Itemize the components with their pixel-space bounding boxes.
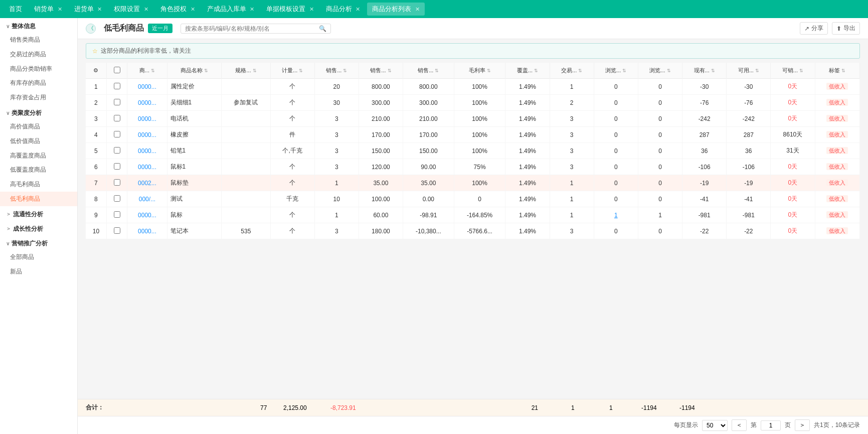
sidebar-item-sales-goods[interactable]: 销售类商品 — [0, 33, 77, 47]
page-size-select[interactable]: 50 100 — [702, 420, 728, 431]
sidebar-item-stock-goods[interactable]: 有库存的商品 — [0, 76, 77, 90]
row-checkbox[interactable] — [106, 79, 127, 95]
table-wrapper[interactable]: ⚙ 商... ⇅ 商品名称 ⇅ 规格... ⇅ 计量... ⇅ 销售... ⇅ … — [78, 63, 868, 399]
row-checkbox[interactable] — [106, 223, 127, 239]
share-button[interactable]: ↗ 分享 — [800, 22, 828, 35]
col-saleable[interactable]: 可销... ⇅ — [771, 63, 815, 79]
nav-goods-analysis[interactable]: 商品分析 ✕ — [321, 3, 366, 16]
sidebar-item-capital[interactable]: 库存资金占用 — [0, 90, 77, 105]
sidebar-item-category-rate[interactable]: 商品分类助销率 — [0, 62, 77, 76]
nav-roles[interactable]: 角色授权 ✕ — [155, 3, 200, 16]
row-browse2: 0 — [638, 111, 682, 127]
page-number-input[interactable] — [761, 420, 781, 430]
sidebar-group-cluster[interactable]: ∨ 类聚度分析 — [0, 105, 77, 119]
row-checkbox-input[interactable] — [114, 83, 120, 89]
nav-home[interactable]: 首页 — [4, 3, 27, 16]
close-product-entry[interactable]: ✕ — [250, 6, 254, 12]
row-browse1[interactable]: 0 — [594, 143, 638, 159]
next-page-button[interactable]: ＞ — [795, 419, 810, 431]
sidebar-item-low-margin[interactable]: 低毛利商品 — [0, 192, 77, 206]
row-browse1[interactable]: 0 — [594, 191, 638, 207]
col-browse2[interactable]: 浏览... ⇅ — [638, 63, 682, 79]
row-browse2: 0 — [638, 143, 682, 159]
sidebar-group-overall[interactable]: ∨ 整体信息 — [0, 18, 77, 33]
row-checkbox[interactable] — [106, 127, 127, 143]
close-template[interactable]: ✕ — [309, 6, 314, 12]
sidebar-collapse-button[interactable]: 《 — [86, 24, 96, 34]
nav-permissions[interactable]: 权限设置 ✕ — [109, 3, 153, 16]
row-checkbox-input[interactable] — [114, 115, 120, 121]
col-settings[interactable]: ⚙ — [86, 63, 106, 79]
row-checkbox[interactable] — [106, 95, 127, 111]
col-sales-amount[interactable]: 销售... ⇅ — [403, 63, 454, 79]
sidebar-item-high-margin[interactable]: 高毛利商品 — [0, 177, 77, 192]
search-input[interactable] — [185, 25, 317, 32]
row-spec — [222, 143, 270, 159]
sidebar-item-traded-goods[interactable]: 交易过的商品 — [0, 47, 77, 62]
col-transaction[interactable]: 交易... ⇅ — [550, 63, 594, 79]
sidebar-item-high-coverage[interactable]: 高覆盖度商品 — [0, 149, 77, 163]
row-browse1[interactable]: 1 — [594, 207, 638, 223]
col-current[interactable]: 现有... ⇅ — [682, 63, 727, 79]
nav-purchase[interactable]: 进货单 ✕ — [69, 3, 107, 16]
prev-page-button[interactable]: ＜ — [732, 419, 747, 431]
row-browse1[interactable]: 0 — [594, 111, 638, 127]
close-permissions[interactable]: ✕ — [144, 6, 148, 12]
close-goods-analysis[interactable]: ✕ — [356, 6, 360, 12]
col-sales-price[interactable]: 销售... ⇅ — [359, 63, 403, 79]
row-checkbox-input[interactable] — [114, 195, 120, 202]
col-name[interactable]: 商品名称 ⇅ — [167, 63, 222, 79]
col-code[interactable]: 商... ⇅ — [127, 63, 167, 79]
close-roles[interactable]: ✕ — [191, 6, 195, 12]
row-browse1[interactable]: 0 — [594, 223, 638, 239]
row-browse1[interactable]: 0 — [594, 127, 638, 143]
row-checkbox-input[interactable] — [114, 147, 120, 154]
col-checkbox[interactable] — [106, 63, 127, 79]
select-all-checkbox[interactable] — [114, 67, 120, 73]
close-goods-analysis-list[interactable]: ✕ — [415, 6, 420, 12]
nav-goods-analysis-list[interactable]: 商品分析列表 ✕ — [367, 3, 425, 16]
col-browse1[interactable]: 浏览... ⇅ — [594, 63, 638, 79]
col-spec[interactable]: 规格... ⇅ — [222, 63, 270, 79]
row-browse1[interactable]: 0 — [594, 175, 638, 191]
sidebar-item-new-goods[interactable]: 新品 — [0, 264, 77, 279]
sidebar-group-growth[interactable]: ＞ 成长性分析 — [0, 221, 77, 235]
search-icon[interactable]: 🔍 — [319, 25, 326, 32]
header-actions: ↗ 分享 ⬆ 导出 — [800, 22, 860, 35]
col-gross-margin[interactable]: 毛利率 ⇅ — [454, 63, 505, 79]
row-checkbox[interactable] — [106, 207, 127, 223]
row-checkbox-input[interactable] — [114, 99, 120, 105]
search-box[interactable]: 🔍 — [181, 24, 331, 34]
row-checkbox[interactable] — [106, 111, 127, 127]
sidebar-item-high-value[interactable]: 高价值商品 — [0, 119, 77, 134]
row-checkbox[interactable] — [106, 159, 127, 175]
col-sales-count[interactable]: 销售... ⇅ — [314, 63, 359, 79]
col-unit[interactable]: 计量... ⇅ — [270, 63, 314, 79]
row-checkbox-input[interactable] — [114, 211, 120, 218]
col-available[interactable]: 可用... ⇅ — [727, 63, 771, 79]
date-badge[interactable]: 近一月 — [148, 24, 172, 33]
close-purchase[interactable]: ✕ — [97, 6, 102, 12]
sidebar-item-low-value[interactable]: 低价值商品 — [0, 134, 77, 149]
nav-template[interactable]: 单据模板设置 ✕ — [261, 3, 319, 16]
row-checkbox[interactable] — [106, 175, 127, 191]
col-tag[interactable]: 标签 ⇅ — [815, 63, 859, 79]
export-button[interactable]: ⬆ 导出 — [832, 22, 860, 35]
row-checkbox-input[interactable] — [114, 131, 120, 137]
row-browse1[interactable]: 0 — [594, 95, 638, 111]
sidebar-group-marketing[interactable]: ∨ 营销推广分析 — [0, 235, 77, 250]
row-checkbox[interactable] — [106, 191, 127, 207]
nav-product-entry[interactable]: 产成品入库单 ✕ — [202, 3, 260, 16]
sidebar-group-circulation[interactable]: ＞ 流通性分析 — [0, 206, 77, 221]
nav-sales[interactable]: 销货单 ✕ — [29, 3, 67, 16]
row-checkbox-input[interactable] — [114, 227, 120, 234]
col-coverage[interactable]: 覆盖... ⇅ — [505, 63, 550, 79]
row-checkbox-input[interactable] — [114, 163, 120, 170]
row-checkbox-input[interactable] — [114, 179, 120, 186]
close-sales[interactable]: ✕ — [58, 6, 62, 12]
row-browse1[interactable]: 0 — [594, 79, 638, 95]
row-browse1[interactable]: 0 — [594, 159, 638, 175]
row-checkbox[interactable] — [106, 143, 127, 159]
sidebar-item-low-coverage[interactable]: 低覆盖度商品 — [0, 163, 77, 177]
sidebar-item-all-goods[interactable]: 全部商品 — [0, 250, 77, 264]
